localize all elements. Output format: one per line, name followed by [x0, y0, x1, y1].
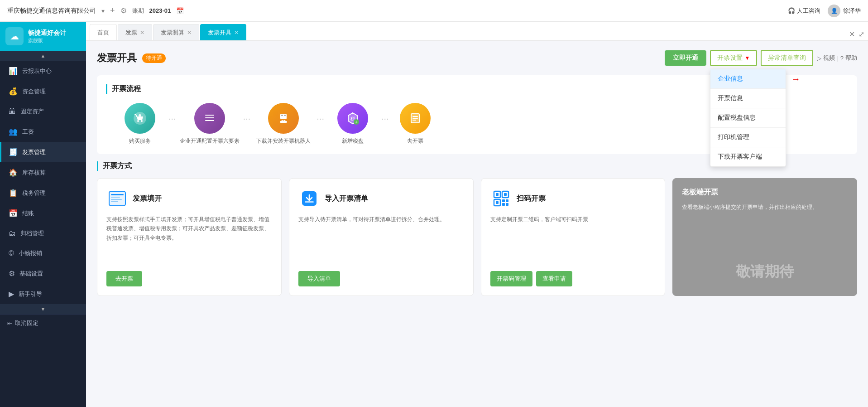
add-company-icon[interactable]: + — [110, 6, 115, 15]
svg-rect-21 — [111, 197, 120, 198]
goinvoice-label: 去开票 — [407, 137, 423, 145]
jiezhang-icon: 📅 — [9, 209, 18, 218]
newdisk-icon: 税 + — [337, 103, 368, 134]
status-badge: 待开通 — [142, 53, 166, 63]
activate-button[interactable]: 立即开通 — [665, 50, 706, 66]
calendar-icon[interactable]: 📅 — [176, 7, 184, 15]
tab-cesuan-close[interactable]: ✕ — [187, 29, 192, 36]
fapiao-icon: 🧾 — [9, 148, 18, 156]
svg-rect-35 — [506, 203, 508, 206]
fill-go-btn[interactable]: 去开票 — [106, 271, 142, 286]
svg-rect-9 — [284, 115, 286, 116]
arrow2: ··· — [243, 113, 251, 135]
dropdown-item-tax-disk[interactable]: 配置税盘信息 — [710, 108, 786, 127]
svg-rect-22 — [111, 199, 122, 200]
svg-rect-16 — [412, 116, 418, 117]
dropdown-item-invoice-info[interactable]: 开票信息 — [710, 88, 786, 108]
tab-home-label: 首页 — [97, 29, 109, 37]
scan-view-apply-btn[interactable]: 查看申请 — [536, 271, 572, 286]
sidebar-scroll-up[interactable]: ▲ — [0, 51, 86, 61]
logo-sub: 旗舰版 — [28, 37, 66, 44]
fill-header: 发票填开 — [106, 188, 272, 209]
sidebar-item-shuiwu[interactable]: 📋 税务管理 — [0, 183, 86, 203]
xinshou-icon: ▶ — [9, 290, 14, 298]
settings-chevron-icon: ▼ — [744, 55, 750, 61]
video-help-area[interactable]: ▷ 视频 | ? 帮助 — [817, 54, 857, 62]
settings-button[interactable]: 开票设置 ▼ — [710, 50, 757, 66]
tab-fapiao[interactable]: 发票 ✕ — [118, 24, 152, 40]
dropdown-item-printer[interactable]: 打印机管理 — [710, 127, 786, 147]
headset-icon: 🎧 — [788, 7, 795, 14]
sidebar-item-zijin[interactable]: 💰 资金管理 — [0, 81, 86, 102]
sidebar-scroll-down[interactable]: ▼ — [0, 304, 86, 314]
logo-text: 畅捷通好会计 — [28, 29, 66, 37]
video-label: 视频 — [823, 54, 835, 62]
config-icon — [194, 103, 225, 134]
sidebar-item-gongzi[interactable]: 👥 工资 — [0, 121, 86, 142]
period-value: 2023-01 — [149, 7, 171, 14]
boss-overlay: 敬请期待 — [673, 262, 857, 282]
dropdown-invoice-label: 开票信息 — [718, 94, 743, 102]
tab-close-all-btn[interactable]: ✕ — [849, 30, 855, 39]
process-step-newdisk: 税 + 新增税盘 — [328, 103, 378, 145]
settings-label: 开票设置 — [717, 54, 743, 62]
svg-rect-25 — [305, 201, 314, 203]
sidebar-item-yunbao[interactable]: 📊 云报表中心 — [0, 61, 86, 81]
tab-maximize-btn[interactable]: ⤢ — [858, 30, 864, 39]
sidebar-item-gudingzichan[interactable]: 🏛 固定资产 — [0, 102, 86, 121]
abnormal-button[interactable]: 异常清单查询 — [761, 50, 813, 66]
method-card-import: 导入开票清单 支持导入待开票清单，可对待开票清单进行拆分、合并处理。 导入清单 — [289, 178, 474, 296]
tab-bar: 首页 发票 ✕ 发票测算 ✕ 发票开具 ✕ ✕ ⤢ — [86, 22, 868, 41]
logo-area: ☁ 畅捷通好会计 旗舰版 — [0, 22, 86, 51]
sidebar-item-fapiao[interactable]: 🧾 发票管理 — [0, 142, 86, 162]
tab-fapiao-close[interactable]: ✕ — [140, 29, 144, 36]
cancel-fixed-btn[interactable]: ⇤ 取消固定 — [0, 314, 86, 332]
import-desc: 支持导入待开票清单，可对待开票清单进行拆分、合并处理。 — [298, 215, 464, 264]
sidebar-item-xiaochang[interactable]: © 小畅报销 — [0, 243, 86, 263]
company-dropdown-icon[interactable]: ▾ — [101, 7, 105, 15]
buy-label: 购买服务 — [129, 137, 151, 145]
svg-rect-29 — [504, 193, 507, 196]
settings-icon[interactable]: ⚙ — [120, 6, 127, 15]
svg-rect-4 — [205, 115, 214, 116]
user-menu[interactable]: 👤 徐泽华 — [828, 5, 861, 17]
svg-rect-27 — [496, 193, 499, 196]
username: 徐泽华 — [843, 7, 861, 15]
dropdown-printer-label: 打印机管理 — [718, 133, 749, 141]
method-card-fill: 发票填开 支持按照发票样式手工填开发票；可开具增值税电子普通发票、增值税普通发票… — [97, 178, 282, 296]
sidebar-item-label: 结账 — [22, 209, 34, 218]
methods-grid: 发票填开 支持按照发票样式手工填开发票；可开具增值税电子普通发票、增值税普通发票… — [97, 178, 857, 296]
sidebar-item-xinshou[interactable]: ▶ 新手引导 — [0, 284, 86, 304]
shuiwu-icon: 📋 — [9, 189, 18, 197]
dropdown-item-company-info[interactable]: 企业信息 → — [710, 69, 786, 88]
tab-fapiao-kaiju[interactable]: 发票开具 ✕ — [200, 24, 246, 40]
sidebar-item-jiezhang[interactable]: 📅 结账 — [0, 203, 86, 223]
tab-fapiao-cesuan[interactable]: 发票测算 ✕ — [153, 24, 199, 40]
import-btn[interactable]: 导入清单 — [298, 271, 340, 286]
jichu-icon: ⚙ — [9, 269, 15, 278]
help-circle-icon: ? — [840, 55, 844, 62]
consult-button[interactable]: 🎧 人工咨询 — [788, 7, 820, 15]
sidebar-item-guidang[interactable]: 🗂 归档管理 — [0, 223, 86, 243]
process-step-buy: 购买服务 — [115, 103, 165, 145]
process-step-goinvoice: 去开票 — [393, 103, 438, 145]
tab-kaiju-close[interactable]: ✕ — [234, 29, 239, 36]
svg-point-1 — [137, 120, 139, 122]
xiaochang-icon: © — [9, 249, 14, 257]
sidebar-item-jichu[interactable]: ⚙ 基础设置 — [0, 263, 86, 284]
process-step-config: 企业开通配置开票六要素 — [180, 103, 240, 145]
newdisk-label: 新增税盘 — [342, 137, 364, 145]
method-card-boss: 老板端开票 查看老板端小程序提交的开票申请，并作出相应的处理。 敬请期待 — [672, 178, 857, 296]
page-header: 发票开具 待开通 立即开通 开票设置 ▼ 企业信息 — [97, 50, 857, 66]
svg-rect-18 — [412, 120, 416, 121]
fill-title: 发票填开 — [133, 194, 162, 204]
import-header: 导入开票清单 — [298, 188, 464, 209]
scan-code-manage-btn[interactable]: 开票码管理 — [490, 271, 532, 286]
dropdown-item-download-client[interactable]: 下载开票客户端 — [710, 147, 786, 166]
dropdown-taxdisk-label: 配置税盘信息 — [718, 114, 756, 121]
methods-section: 开票方式 — [97, 161, 857, 296]
sidebar-item-kucun[interactable]: 🏠 库存核算 — [0, 162, 86, 183]
svg-rect-17 — [412, 118, 418, 119]
tab-home[interactable]: 首页 — [90, 24, 117, 40]
yunbao-icon: 📊 — [9, 67, 18, 75]
